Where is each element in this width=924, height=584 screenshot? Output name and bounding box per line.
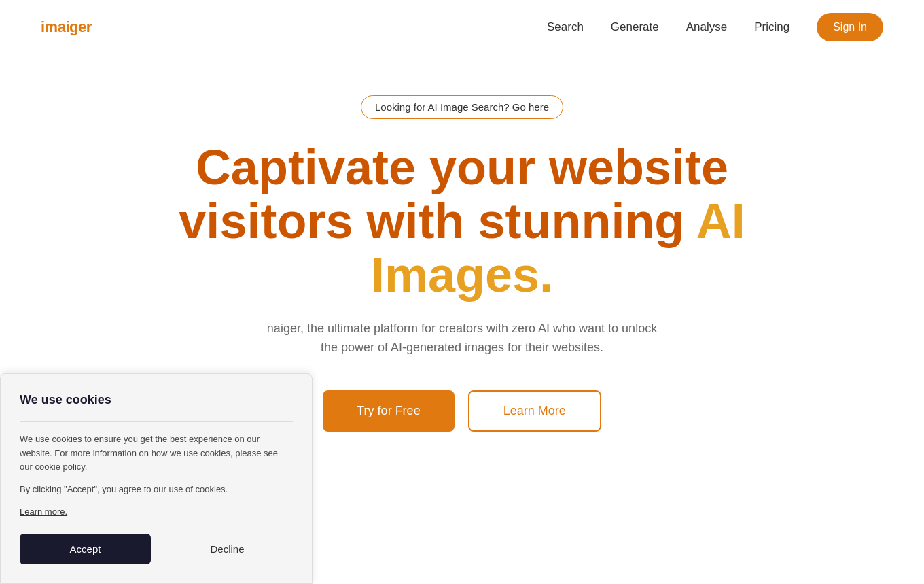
cookie-banner: We use cookies We use cookies to ensure … [0, 373, 313, 584]
nav-links: Search Generate Analyse Pricing Sign In [547, 13, 883, 41]
hero-subtitle-text: naiger, the ultimate platform for creato… [267, 322, 657, 355]
cookie-accept-button[interactable]: Accept [20, 534, 151, 564]
signin-button[interactable]: Sign In [817, 13, 883, 41]
cookie-by-clicking: By clicking "Accept", you agree to our u… [20, 483, 293, 497]
hero-title-line2-dark: visitors with stunning [179, 194, 696, 248]
cookie-divider [20, 421, 293, 422]
cookie-learn-more-link[interactable]: Learn more. [20, 506, 67, 517]
hero-buttons: Try for Free Learn More [323, 390, 601, 432]
learn-more-button[interactable]: Learn More [468, 390, 601, 432]
hero-title-line3: Images. [371, 247, 553, 302]
hero-title: Captivate your website visitors with stu… [179, 141, 745, 303]
try-free-button[interactable]: Try for Free [323, 390, 454, 432]
cookie-actions: Accept Decline [20, 534, 293, 564]
cookie-decline-button[interactable]: Decline [162, 534, 293, 564]
nav-analyse[interactable]: Analyse [686, 20, 727, 33]
nav-generate[interactable]: Generate [611, 20, 659, 33]
cookie-body: We use cookies to ensure you get the bes… [20, 432, 293, 475]
hero-subtitle: naiger, the ultimate platform for creato… [258, 319, 666, 358]
hero-title-ai: AI [696, 194, 745, 248]
nav-pricing[interactable]: Pricing [754, 20, 789, 33]
navbar: imaiger Search Generate Analyse Pricing … [0, 0, 924, 54]
cookie-title: We use cookies [20, 393, 293, 407]
hero-title-line1: Captivate your website [196, 140, 728, 194]
logo[interactable]: imaiger [41, 18, 92, 36]
ai-search-badge[interactable]: Looking for AI Image Search? Go here [361, 95, 563, 119]
nav-search[interactable]: Search [547, 20, 584, 33]
